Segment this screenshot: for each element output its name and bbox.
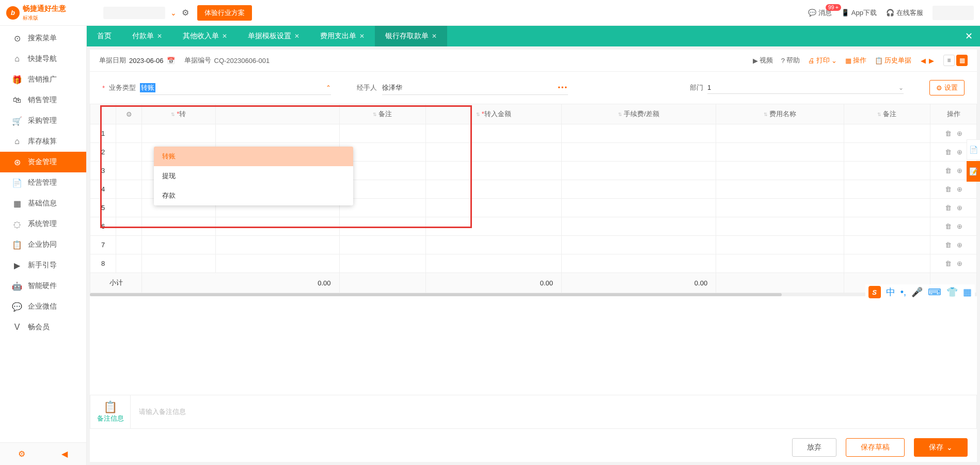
close-icon[interactable]: ✕ [432,33,437,40]
settings-button[interactable]: ⚙ 设置 [929,80,965,95]
table-row[interactable]: 1🗑⊕ [90,124,977,143]
sidebar-item-5[interactable]: ⌂库存核算 [0,131,86,152]
sidebar-item-2[interactable]: 🎁营销推广 [0,69,86,90]
history-link[interactable]: 📋历史单据 [875,56,911,65]
delete-row-icon[interactable]: 🗑 [945,260,952,267]
dropdown-option-1[interactable]: 提现 [154,166,353,186]
operate-link[interactable]: ▦操作 [845,56,866,65]
close-icon[interactable]: ✕ [157,33,162,40]
delete-row-icon[interactable]: 🗑 [945,130,952,137]
print-link[interactable]: 🖨打印 ⌄ [808,56,837,65]
table-scrollbar[interactable] [90,293,977,296]
gear-icon[interactable]: ⚙ [182,8,189,18]
sidebar-item-10[interactable]: 📋企业协同 [0,234,86,255]
sidebar-item-11[interactable]: ▶新手引导 [0,255,86,276]
app-download-link[interactable]: 📱 App下载 [841,8,877,18]
chevron-down-icon: ⌄ [946,443,953,452]
sidebar-item-9[interactable]: ◌系统管理 [0,214,86,234]
tab-5[interactable]: 银行存取款单✕ [375,26,447,46]
col-fee-diff[interactable]: ⇅手续费/差额 [562,104,716,124]
tab-3[interactable]: 单据模板设置✕ [238,26,310,46]
col-fee-name[interactable]: ⇅费用名称 [716,104,844,124]
col-remark1[interactable]: ⇅备注 [339,104,425,124]
dropdown-option-0[interactable]: 转账 [154,147,353,166]
delete-row-icon[interactable]: 🗑 [945,241,952,249]
col-transfer-out[interactable]: ⇅*转 [142,104,216,124]
sidebar-item-13[interactable]: 💬企业微信 [0,296,86,317]
delete-row-icon[interactable]: 🗑 [945,148,952,156]
user-avatar[interactable] [932,6,974,20]
tenant-dropdown-icon[interactable]: ⌄ [170,9,177,17]
ime-logo-icon[interactable]: S [868,286,881,298]
dept-input[interactable]: 1 ⌄ [707,82,904,94]
sidebar-item-0[interactable]: ⊙搜索菜单 [0,28,86,49]
next-arrow-icon[interactable]: ▶ [928,57,935,65]
add-row-icon[interactable]: ⊕ [957,241,962,249]
close-icon[interactable]: ✕ [359,33,365,40]
sidebar-item-7[interactable]: 📄经营管理 [0,172,86,193]
delete-row-icon[interactable]: 🗑 [945,204,952,212]
col-remark2[interactable]: ⇅备注 [844,104,930,124]
table-row[interactable]: 7🗑⊕ [90,236,977,254]
sidebar-item-4[interactable]: 🛒采购管理 [0,110,86,131]
save-draft-button[interactable]: 保存草稿 [846,438,905,457]
sidebar-collapse-icon[interactable]: ◀ [43,443,87,465]
view-grid-icon[interactable]: ▦ [956,55,968,66]
add-row-icon[interactable]: ⊕ [957,130,962,137]
add-row-icon[interactable]: ⊕ [957,148,962,156]
add-row-icon[interactable]: ⊕ [957,185,962,193]
tab-2[interactable]: 其他收入单✕ [172,26,238,46]
sidebar-item-8[interactable]: ▦基础信息 [0,193,86,214]
dropdown-option-2[interactable]: 存款 [154,186,353,205]
tab-1[interactable]: 付款单✕ [122,26,172,46]
table-row[interactable]: 8🗑⊕ [90,254,977,273]
delete-row-icon[interactable]: 🗑 [945,167,952,174]
tab-4[interactable]: 费用支出单✕ [310,26,375,46]
add-row-icon[interactable]: ⊕ [957,222,962,230]
ime-toolbox-icon[interactable]: ▦ [963,286,972,298]
close-icon[interactable]: ✕ [222,33,227,40]
handler-input[interactable]: 徐泽华 ••• [382,81,568,95]
add-row-icon[interactable]: ⊕ [957,260,962,267]
help-link[interactable]: ?帮助 [781,56,800,65]
doc-date-value[interactable]: 2023-06-06 [129,57,164,65]
ime-skin-icon[interactable]: 👕 [946,286,958,298]
sidebar-label: 搜索菜单 [28,34,57,43]
calendar-icon[interactable]: 📅 [167,57,175,65]
add-row-icon[interactable]: ⊕ [957,167,962,174]
remarks-input[interactable]: 请输入备注信息 [131,407,976,416]
ime-mic-icon[interactable]: 🎤 [911,286,923,298]
tenant-name[interactable] [103,7,165,19]
discard-button[interactable]: 放弃 [792,438,836,457]
col-transfer-in-amt[interactable]: ⇅*转入金额 [425,104,561,124]
experience-button[interactable]: 体验行业方案 [197,5,252,21]
ime-mode[interactable]: 中 [886,286,895,298]
view-list-icon[interactable]: ≡ [943,55,955,66]
table-row[interactable]: 6🗑⊕ [90,217,977,236]
biz-type-dropdown[interactable]: 转账 ⌃ [140,81,331,95]
close-all-tabs-icon[interactable]: ✕ [958,30,980,42]
delete-row-icon[interactable]: 🗑 [945,185,952,193]
sidebar-settings-icon[interactable]: ⚙ [0,443,43,465]
delete-row-icon[interactable]: 🗑 [945,222,952,230]
messages-badge: 99 + [826,4,841,11]
prev-arrow-icon[interactable]: ◀ [920,57,927,65]
messages-link[interactable]: 💬 消息 99 + [808,8,832,18]
float-doc-icon[interactable]: 📄 [967,139,980,160]
sidebar-item-12[interactable]: 🤖智能硬件 [0,276,86,296]
add-row-icon[interactable]: ⊕ [957,204,962,212]
ime-punct-icon[interactable]: •, [900,287,906,298]
video-link[interactable]: ▶视频 [753,56,773,65]
tab-0[interactable]: 首页 [87,26,122,46]
online-service-link[interactable]: 🎧 在线客服 [886,8,923,18]
float-note-icon[interactable]: 📝 [967,161,980,182]
sidebar-item-14[interactable]: V畅会员 [0,317,86,338]
sidebar-item-3[interactable]: 🛍销售管理 [0,90,86,110]
ime-keyboard-icon[interactable]: ⌨ [928,286,941,298]
col-gear[interactable]: ⚙ [116,104,142,124]
close-icon[interactable]: ✕ [294,33,299,40]
save-button[interactable]: 保存 ⌄ [914,438,968,457]
sidebar-item-6[interactable]: ⊛资金管理 [0,152,86,172]
more-dots-icon[interactable]: ••• [558,84,568,91]
sidebar-item-1[interactable]: ⌂快捷导航 [0,49,86,69]
